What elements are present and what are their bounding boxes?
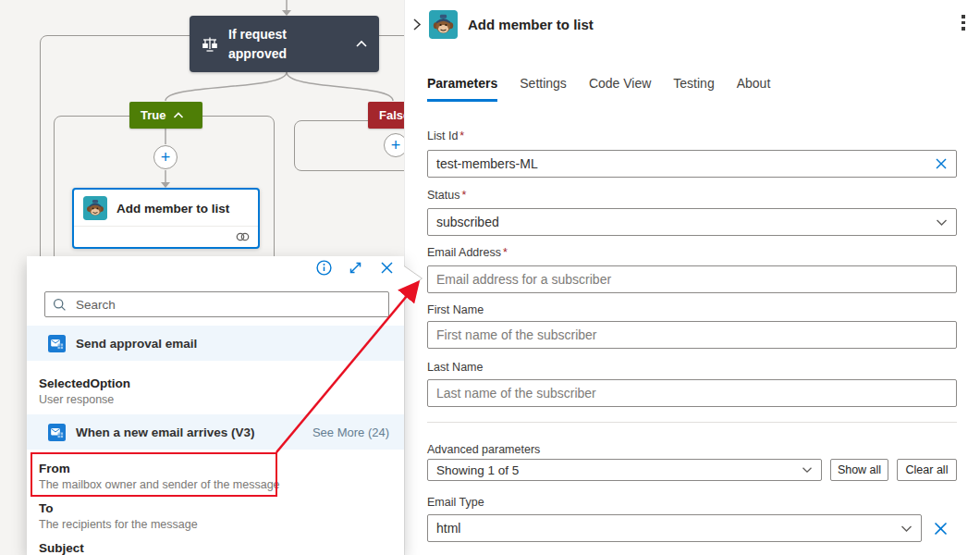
mailchimp-icon [83, 196, 107, 220]
status-value: subscribed [436, 215, 928, 229]
chevron-down-icon [936, 218, 948, 227]
insert-step-button[interactable]: + [153, 145, 178, 169]
outlook-icon [48, 335, 66, 352]
more-options-icon[interactable] [957, 15, 970, 35]
panel-tabs: Parameters Settings Code View Testing Ab… [427, 76, 770, 102]
show-all-button[interactable]: Show all [830, 459, 888, 481]
last-name-label: Last Name [427, 361, 483, 374]
group-title: When a new email arrives (V3) [76, 426, 302, 439]
false-branch-label: False [379, 108, 404, 122]
tab-parameters[interactable]: Parameters [427, 76, 497, 102]
dynamic-token-selectedoption[interactable]: SelectedOption User response [39, 376, 390, 406]
power-automate-designer: If request approved True False + + [0, 0, 980, 555]
required-mark: * [461, 189, 466, 202]
picker-group-new-email-arrives[interactable]: When a new email arrives (V3) See More (… [27, 414, 404, 450]
dynamic-token-to[interactable]: To The recipients for the message [39, 501, 390, 531]
clear-all-button[interactable]: Clear all [897, 459, 957, 481]
tab-code-view[interactable]: Code View [589, 76, 651, 102]
false-branch-badge[interactable]: False [368, 102, 404, 129]
last-name-field[interactable] [427, 379, 957, 407]
action-card-title: Add member to list [116, 202, 229, 216]
token-name: To [39, 501, 390, 515]
true-branch-label: True [141, 108, 165, 122]
condition-label: If request approved [228, 25, 346, 63]
collapse-panel-icon[interactable] [410, 18, 423, 31]
connection-link-icon[interactable] [235, 231, 251, 242]
first-name-input[interactable] [436, 327, 948, 342]
first-name-label: First Name [427, 303, 484, 316]
required-mark: * [503, 246, 508, 259]
tab-testing[interactable]: Testing [673, 76, 714, 102]
email-type-label: Email Type [427, 496, 484, 509]
required-mark: * [459, 130, 464, 142]
close-icon[interactable] [379, 260, 395, 276]
action-details-panel: Add member to list Parameters Settings C… [404, 0, 980, 555]
token-name: From [39, 462, 390, 475]
group-title: Send approval email [76, 337, 389, 351]
dynamic-content-search[interactable] [44, 291, 389, 317]
advanced-parameters-value: Showing 1 of 5 [436, 463, 794, 477]
token-name: Subject [39, 541, 390, 555]
advanced-parameters-label: Advanced parameters [427, 443, 540, 456]
search-icon [53, 298, 67, 312]
clear-value-icon[interactable] [935, 157, 948, 170]
expand-icon[interactable] [348, 260, 363, 276]
dynamic-token-from[interactable]: From The mailbox owner and sender of the… [39, 462, 390, 491]
email-address-input[interactable] [436, 272, 948, 287]
condition-icon [201, 35, 219, 54]
email-type-dropdown[interactable]: html [427, 514, 922, 542]
dynamic-content-picker: Send approval email SelectedOption User … [27, 256, 404, 555]
chevron-down-icon [900, 524, 913, 533]
chevron-up-icon[interactable] [355, 40, 368, 48]
picker-group-send-approval-email[interactable]: Send approval email [27, 326, 404, 361]
section-divider [427, 422, 957, 423]
tab-settings[interactable]: Settings [520, 76, 567, 102]
search-input[interactable] [76, 298, 381, 312]
panel-title: Add member to list [468, 17, 594, 32]
remove-email-type-icon[interactable] [933, 521, 949, 536]
token-description: The recipients for the message [39, 518, 390, 531]
chevron-up-icon [173, 112, 184, 119]
token-description: User response [39, 393, 390, 406]
panel-header: Add member to list [405, 0, 980, 50]
token-name: SelectedOption [39, 376, 390, 390]
insert-step-button-false[interactable]: + [384, 133, 404, 157]
first-name-field[interactable] [427, 321, 957, 349]
tab-about[interactable]: About [737, 76, 771, 102]
list-id-field[interactable] [427, 150, 957, 178]
list-id-label: List Id* [427, 130, 464, 142]
status-dropdown[interactable]: subscribed [427, 208, 957, 236]
outlook-icon [48, 424, 66, 441]
status-label: Status* [427, 189, 466, 202]
see-more-link[interactable]: See More (24) [312, 426, 389, 439]
last-name-input[interactable] [436, 386, 948, 401]
condition-node[interactable]: If request approved [190, 16, 379, 72]
mailchimp-icon [429, 10, 458, 39]
advanced-parameters-dropdown[interactable]: Showing 1 of 5 [427, 459, 822, 481]
email-address-label: Email Address* [427, 246, 508, 259]
true-branch-badge[interactable]: True [129, 102, 202, 129]
list-id-input[interactable] [436, 156, 927, 171]
token-description: The mailbox owner and sender of the mess… [39, 478, 390, 491]
info-icon[interactable] [316, 260, 332, 276]
email-address-field[interactable] [427, 265, 957, 293]
dynamic-token-subject[interactable]: Subject [39, 541, 390, 555]
email-type-value: html [436, 521, 893, 536]
chevron-down-icon [802, 466, 813, 474]
action-card-add-member[interactable]: Add member to list [72, 188, 260, 249]
